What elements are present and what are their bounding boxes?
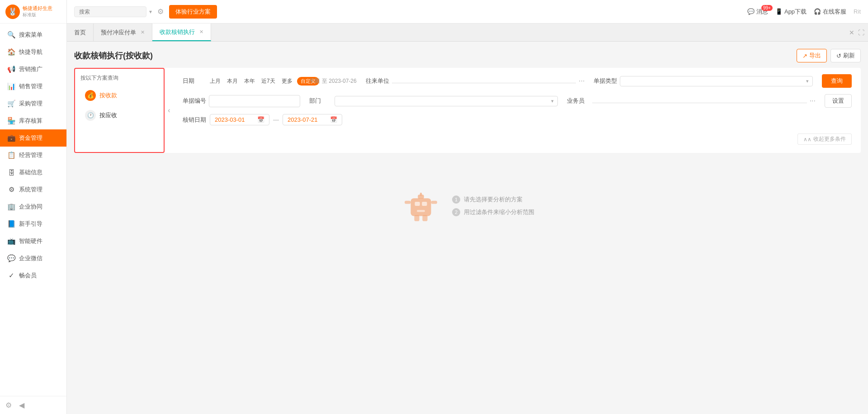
tab-prepayment-close-icon[interactable]: ✕ xyxy=(141,29,145,35)
header-user[interactable]: Rit xyxy=(854,8,861,15)
inventory-label: 库存核算 xyxy=(19,117,42,125)
page-header: 收款核销执行(按收款) ↗ 导出 ↺ 刷新 xyxy=(74,49,861,62)
verify-date-start-value[interactable]: 2023-03-01 xyxy=(215,116,255,123)
header-service[interactable]: 🎧 在线客服 xyxy=(814,8,846,16)
collapse-more-button[interactable]: ∧∧ 收起更多条件 xyxy=(797,133,852,145)
verify-date-end-calendar-icon[interactable]: 📅 xyxy=(330,116,337,123)
enterprise-icon: 🏢 xyxy=(7,203,15,211)
solution-button[interactable]: 体验行业方案 xyxy=(169,5,217,19)
sidebar-item-system[interactable]: ⚙系统管理 xyxy=(0,181,66,198)
top-header: ▾ ⚙ 体验行业方案 💬 消息 99+ 📱 App下载 🎧 在线客服 Rit xyxy=(67,0,868,24)
salesman-field: 业务员 ··· xyxy=(567,97,816,105)
search-label: 搜索菜单 xyxy=(19,31,42,39)
salesman-dots[interactable]: ··· xyxy=(810,97,816,105)
filter-scheme-title: 按以下方案查询 xyxy=(80,74,158,82)
date-more[interactable]: 更多 xyxy=(280,76,294,86)
filter-option-by-receivable[interactable]: 🕐 按应收 xyxy=(80,106,158,124)
svg-rect-3 xyxy=(417,210,425,212)
sidebar-item-enterprise[interactable]: 🏢企业协同 xyxy=(0,198,66,215)
tab-prepayment[interactable]: 预付冲应付单 ✕ xyxy=(94,24,152,41)
sidebar-bottom: ⚙ ◀ xyxy=(0,396,66,414)
sidebar-item-beginner[interactable]: 📘新手引导 xyxy=(0,215,66,233)
order-no-label: 单据编号 xyxy=(183,97,206,105)
header-right: 💬 消息 99+ 📱 App下载 🎧 在线客服 Rit xyxy=(747,8,861,16)
logo-icon: 🐰 xyxy=(5,5,20,19)
basic-info-icon: 🗄 xyxy=(7,169,15,176)
main-area: ▾ ⚙ 体验行业方案 💬 消息 99+ 📱 App下载 🎧 在线客服 Rit 首… xyxy=(67,0,868,414)
system-icon: ⚙ xyxy=(7,186,15,194)
sidebar-item-operations[interactable]: 📋经营管理 xyxy=(0,147,66,164)
sidebar-item-member[interactable]: ✓畅会员 xyxy=(0,267,66,284)
date-7-days[interactable]: 近7天 xyxy=(259,76,277,86)
date-field: 日期 上月 本月 本年 近7天 更多 自定义 xyxy=(183,76,327,86)
settings-bottom-icon[interactable]: ⚙ xyxy=(5,401,12,409)
counterpart-label: 往来单位 xyxy=(366,77,389,85)
close-all-tabs-icon[interactable]: ✕ xyxy=(849,29,854,36)
sidebar-item-smart-hw[interactable]: 📺智能硬件 xyxy=(0,233,66,250)
collapse-row: ∧∧ 收起更多条件 xyxy=(183,132,852,147)
refresh-icon: ↺ xyxy=(836,52,841,59)
by-receivable-icon: 🕐 xyxy=(85,110,96,121)
export-button[interactable]: ↗ 导出 xyxy=(797,49,827,62)
tab-collection[interactable]: 收款核销执行 ✕ xyxy=(152,24,211,41)
date-no-limit: 不限 xyxy=(309,77,320,85)
verify-date-end-input[interactable]: 2023-07-21 📅 xyxy=(283,114,342,125)
smart-hw-label: 智能硬件 xyxy=(19,237,42,245)
header-search-area: ▾ xyxy=(74,6,152,17)
filter-row-2: 单据编号 部门 ▾ 业务员 · xyxy=(183,94,852,108)
svg-rect-7 xyxy=(431,201,438,204)
tab-home-label: 首页 xyxy=(74,29,86,37)
date-to-text: 至 2023-07-26 xyxy=(322,77,357,85)
sidebar-item-quick-nav[interactable]: 🏠快捷导航 xyxy=(0,43,66,61)
date-last-month[interactable]: 上月 xyxy=(208,76,222,86)
filter-option-by-collection[interactable]: 💰 按收款 xyxy=(80,86,158,105)
tip-number-2: 2 xyxy=(452,208,460,216)
member-icon: ✓ xyxy=(7,271,15,280)
tab-collection-label: 收款核销执行 xyxy=(160,28,195,36)
svg-rect-8 xyxy=(414,215,419,221)
date-this-year[interactable]: 本年 xyxy=(242,76,257,86)
marketing-icon: 📢 xyxy=(7,65,15,73)
beginner-label: 新手引导 xyxy=(19,220,42,228)
verify-date-start-input[interactable]: 2023-03-01 📅 xyxy=(210,114,269,125)
sidebar-item-purchase[interactable]: 🛒采购管理 xyxy=(0,95,66,112)
tab-home[interactable]: 首页 xyxy=(67,24,94,41)
sidebar-item-basic-info[interactable]: 🗄基础信息 xyxy=(0,164,66,181)
export-icon: ↗ xyxy=(802,52,807,59)
header-message[interactable]: 💬 消息 99+ xyxy=(747,8,768,16)
query-button[interactable]: 查询 xyxy=(822,74,852,88)
header-app-download[interactable]: 📱 App下载 xyxy=(775,8,807,16)
filter-left-collapse[interactable]: ‹ xyxy=(165,68,174,153)
dept-label: 部门 xyxy=(309,97,332,105)
sidebar-item-capital[interactable]: 💼资金管理 xyxy=(0,129,66,147)
date-this-month[interactable]: 本月 xyxy=(225,76,240,86)
counterpart-dots[interactable]: ··· xyxy=(579,77,585,85)
setting-button[interactable]: 设置 xyxy=(825,94,852,108)
app-label: App下载 xyxy=(784,8,807,16)
message-icon: 💬 xyxy=(747,8,755,15)
sidebar-item-marketing[interactable]: 📢营销推广 xyxy=(0,61,66,78)
verify-date-end-value[interactable]: 2023-07-21 xyxy=(288,116,328,123)
refresh-button[interactable]: ↺ 刷新 xyxy=(830,49,861,62)
beginner-icon: 📘 xyxy=(7,220,15,228)
collapse-sidebar-icon[interactable]: ◀ xyxy=(19,401,24,409)
quick-nav-icon: 🏠 xyxy=(7,48,15,56)
sidebar-item-inventory[interactable]: 🏪库存核算 xyxy=(0,112,66,129)
order-type-dropdown-icon[interactable]: ▾ xyxy=(806,78,809,84)
header-gear-icon[interactable]: ⚙ xyxy=(157,7,164,16)
header-dropdown-icon[interactable]: ▾ xyxy=(149,9,152,15)
tab-collection-close-icon[interactable]: ✕ xyxy=(199,29,203,35)
order-no-input[interactable] xyxy=(209,95,300,107)
empty-tip-2: 用过滤条件来缩小分析范围 xyxy=(464,208,534,216)
header-search-input[interactable] xyxy=(74,6,146,17)
filter-fields-area: 日期 上月 本月 本年 近7天 更多 自定义 不限 至 2023-07-26 xyxy=(174,68,861,153)
sidebar-item-wechat[interactable]: 💬企业微信 xyxy=(0,250,66,267)
sidebar-item-search[interactable]: 🔍搜索菜单 xyxy=(0,26,66,43)
verify-date-start-calendar-icon[interactable]: 📅 xyxy=(257,116,264,123)
svg-rect-9 xyxy=(422,215,427,221)
sidebar-item-sales[interactable]: 📊销售管理 xyxy=(0,78,66,95)
expand-tabs-icon[interactable]: ⛶ xyxy=(858,29,864,36)
tabs-bar: 首页 预付冲应付单 ✕ 收款核销执行 ✕ ✕ ⛶ xyxy=(67,24,868,42)
dept-dropdown-icon[interactable]: ▾ xyxy=(551,98,554,104)
message-badge: 99+ xyxy=(761,5,773,11)
